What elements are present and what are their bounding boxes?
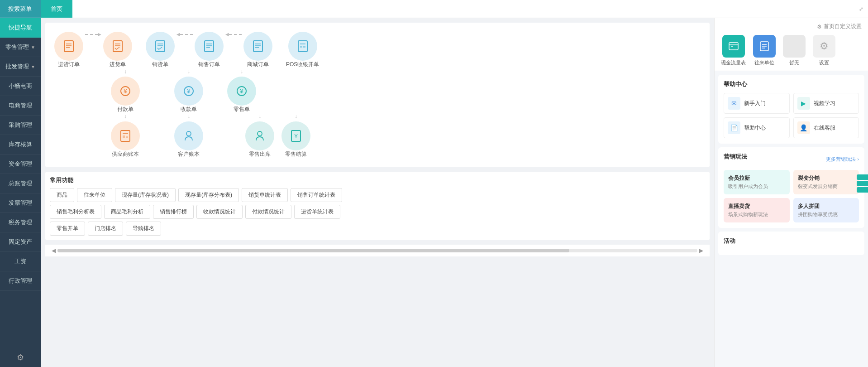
sidebar-item-invoice-mgmt[interactable]: 发票管理 [0,193,41,213]
func-btn-store-rank[interactable]: 门店排名 [88,222,123,236]
marketing-item-member[interactable]: 会员拉新 吸引用户成为会员 [724,170,790,194]
member-subtitle: 吸引用户成为会员 [728,183,785,190]
marketing-item-group[interactable]: 多人拼团 拼团购物享受优惠 [793,198,859,222]
sales-bill-icon [146,32,175,61]
func-btn-purchase-stat[interactable]: 进货单统计表 [294,205,340,219]
sidebar-item-label: 发票管理 [9,199,32,207]
customize-link[interactable]: ⚙ 首页自定义设置 [721,23,862,30]
func-btn-payment-stat[interactable]: 付款情况统计 [245,205,291,219]
func-btn-sales-stat[interactable]: 销货单统计表 [242,188,288,202]
sidebar-item-more[interactable]: 行政管理 [0,271,41,291]
marketing-item-live[interactable]: 直播卖货 场景式购物新玩法 [724,198,790,222]
sidebar-item-quick-nav[interactable]: 快捷导航 [0,18,41,38]
node-sales-bill[interactable]: 销货单 [146,32,175,68]
scroll-bar-row: ◀ ▶ [45,245,710,256]
expand-icon[interactable]: ⤢ [854,6,868,12]
quick-icon-cash-flow[interactable]: 现金流量表 [721,35,746,66]
sidebar-item-finance-mgmt[interactable]: 资金管理 [0,155,41,174]
sidebar-item-ecom-mgmt[interactable]: 电商管理 [0,96,41,116]
tab-home[interactable]: 首页 [41,0,72,18]
sidebar-item-label: 资金管理 [9,160,32,168]
fission-subtitle: 裂变式发展分销商 [798,183,855,190]
func-btn-receipt-stat[interactable]: 收款情况统计 [196,205,243,219]
quick-icon-settings[interactable]: ⚙ 设置 [813,35,835,66]
node-retail-settlement[interactable]: ↓ ¥ 零售结算 [281,113,310,158]
func-btn-goods[interactable]: 商品 [50,188,74,202]
live-title: 直播卖货 [728,203,785,210]
help-item-beginner[interactable]: ✉ 新手入门 [724,93,790,114]
float-btn-cs-hotline[interactable]: 客服热线 [857,174,868,180]
help-item-help[interactable]: 📄 帮助中心 [724,117,790,138]
marketing-title: 营销玩法 [724,153,747,161]
func-btn-sales-order-stat[interactable]: 销售订单统计表 [291,188,342,202]
retail-outbound-icon [245,121,274,150]
func-btn-inventory-dist[interactable]: 现存量(库存分布表) [178,188,239,202]
func-btn-sales-rank[interactable]: 销售排行榜 [153,205,194,219]
receipt-icon: ¥ [174,77,203,106]
node-purchase-bill[interactable]: 进货单 [103,32,132,68]
func-btn-sales-profit[interactable]: 销售毛利分析表 [50,205,101,219]
sidebar-item-salary[interactable]: 工资 [0,252,41,271]
sidebar-item-label: 库存核算 [9,140,32,149]
help-item-video[interactable]: ▶ 视频学习 [793,93,859,114]
sidebar-item-tax-mgmt[interactable]: 税务管理 [0,213,41,232]
video-label: 视频学习 [814,100,835,107]
sidebar-item-inventory[interactable]: 库存核算 [0,135,41,155]
help-center-title: 帮助中心 [724,80,859,88]
svg-text:¥: ¥ [294,133,298,140]
svg-text:¥: ¥ [186,87,191,95]
sidebar-item-general-ledger[interactable]: 总账管理 [0,174,41,193]
sidebar-item-purchase-mgmt[interactable]: 采购管理 [0,116,41,135]
node-mall-order[interactable]: 商城订单 [243,32,272,68]
func-btn-contacts[interactable]: 往来单位 [77,188,112,202]
node-pos-cashier[interactable]: POS收银开单 [286,32,319,68]
scroll-track [57,249,697,252]
func-btn-guide-rank[interactable]: 导购排名 [126,222,161,236]
sidebar-item-retail-mgmt[interactable]: 零售管理 ▼ [0,38,41,57]
quick-icon-none[interactable]: 暂无 [783,35,806,66]
node-purchase-order[interactable]: 进货订单 [54,32,83,68]
help-section: 帮助中心 ✉ 新手入门 ▶ 视频学习 📄 帮助中心 👤 [718,75,864,144]
svg-rect-31 [126,136,128,138]
help-grid: ✉ 新手入门 ▶ 视频学习 📄 帮助中心 👤 在线客服 [724,93,859,138]
sales-order-icon [195,32,224,61]
main-layout: 快捷导航 零售管理 ▼ 批发管理 ▼ 小畅电商 电商管理 采购管理 库存核算 资… [0,18,868,367]
help-item-online-cs[interactable]: 👤 在线客服 [793,117,859,138]
sidebar-item-xiaoban-ecom[interactable]: 小畅电商 [0,77,41,96]
node-retail-order[interactable]: ↓ ¥ 零售单 [227,68,256,113]
node-retail-outbound[interactable]: ↓ 零售出库 [245,113,274,158]
beginner-label: 新手入门 [744,100,766,107]
sidebar-item-label: 总账管理 [9,179,32,188]
sidebar-item-label: 小畅电商 [9,82,32,90]
node-receipt[interactable]: ↓ ¥ 收款单 [164,68,214,113]
quick-icon-contacts[interactable]: 往来单位 [753,35,776,66]
svg-rect-14 [253,41,262,52]
node-sales-order[interactable]: 销售订单 [195,32,224,68]
svg-rect-20 [300,46,302,48]
search-menu[interactable]: 搜索菜单 [0,0,41,18]
func-btn-goods-profit[interactable]: 商品毛利分析 [104,205,150,219]
online-cs-label: 在线客服 [814,124,835,132]
gear-icon[interactable]: ⚙ [17,353,24,362]
marketing-section: 营销玩法 更多营销玩法 › 会员拉新 吸引用户成为会员 裂变分销 裂变式发展分销… [718,147,864,228]
more-marketing-link[interactable]: 更多营销玩法 › [826,156,859,163]
right-panel: ⚙ 首页自定义设置 现金流量表 往来单位 [714,18,868,367]
beginner-icon: ✉ [728,97,740,110]
scroll-thumb[interactable] [57,249,569,252]
mall-order-icon [243,32,272,61]
sidebar-item-wholesale-mgmt[interactable]: 批发管理 ▼ [0,57,41,77]
scroll-right-btn[interactable]: ▶ [697,247,705,254]
node-supplier-ledger[interactable]: ↓ 供应商账本 [100,113,150,158]
node-customer-ledger[interactable]: ↓ 客户账本 [164,113,214,158]
settings-icon: ⚙ [813,35,835,58]
sidebar-item-label: 行政管理 [9,277,32,285]
sidebar-item-fixed-assets[interactable]: 固定资产 [0,232,41,252]
float-btn-desktop-shortcut[interactable]: 桌面快捷 [857,187,868,193]
func-btn-inventory-status[interactable]: 现存量(库存状况表) [115,188,176,202]
float-btn-service-community[interactable]: 服务社区 [857,181,868,186]
svg-rect-18 [298,41,307,52]
node-payment[interactable]: ↓ ¥ 付款单 [100,68,150,113]
marketing-item-fission[interactable]: 裂变分销 裂变式发展分销商 [793,170,859,194]
scroll-left-btn[interactable]: ◀ [50,247,57,254]
func-btn-retail-order[interactable]: 零售开单 [50,222,85,236]
